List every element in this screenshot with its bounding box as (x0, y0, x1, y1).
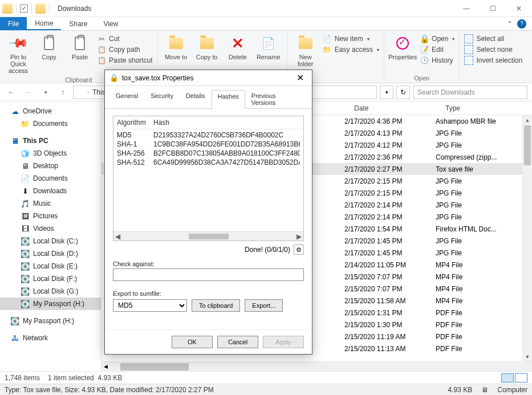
history-button[interactable]: 🕓History (420, 56, 454, 65)
vertical-scrollbar[interactable]: ▲ ▼ (522, 115, 532, 361)
ribbon-collapse-icon[interactable]: ⌃ (507, 20, 513, 28)
refresh-button[interactable]: ↻ (396, 85, 410, 99)
column-type[interactable]: Type (441, 104, 532, 112)
column-hash[interactable]: Hash (153, 119, 169, 127)
select-all-button[interactable]: Select all (464, 34, 522, 43)
navigation-tree: ☁OneDrive 📁Documents 🖥This PC 🧊3D Object… (0, 101, 101, 371)
maximize-button[interactable]: ☐ (480, 0, 506, 17)
cut-button[interactable]: ✂Cut (97, 34, 153, 43)
folder-icon[interactable] (2, 3, 13, 14)
export-button[interactable]: Export... (245, 299, 283, 312)
folder-icon (76, 88, 85, 96)
tab-share[interactable]: Share (61, 17, 95, 30)
easy-access-button[interactable]: 📁Easy access▾ (323, 45, 379, 54)
column-algorithm[interactable]: Algorithm (117, 119, 153, 127)
rename-button[interactable]: 📄Rename (255, 33, 282, 62)
dialog-title: tox_save.tox Properties (122, 74, 193, 82)
dialog-tabs: GeneralSecurityDetailsHashesPrevious Ver… (105, 86, 312, 109)
tree-network[interactable]: 🖧Network (0, 332, 101, 344)
tree-item[interactable]: ⬇Downloads (0, 185, 101, 197)
horizontal-scrollbar[interactable]: ◀ (101, 361, 532, 371)
tab-view[interactable]: View (95, 17, 126, 30)
close-button[interactable]: ✕ (506, 0, 532, 17)
copy-to-button[interactable]: Copy to (193, 33, 221, 62)
dialog-tab[interactable]: Previous Versions (245, 89, 307, 108)
tree-item[interactable]: 💽Local Disk (E:) (0, 260, 101, 272)
properties-button[interactable]: Properties (389, 33, 416, 62)
dialog-tab[interactable]: Hashes (212, 90, 245, 109)
paste-shortcut-button[interactable]: 📋Paste shortcut (97, 56, 153, 65)
hash-horizontal-scrollbar[interactable]: ◀▶ (113, 231, 303, 241)
open-button[interactable]: 🔒Open▾ (420, 34, 454, 43)
tab-file[interactable]: File (0, 17, 27, 30)
dialog-tab[interactable]: Details (180, 89, 212, 108)
tree-item[interactable]: 🖥Desktop (0, 160, 101, 172)
edit-button[interactable]: 📝Edit (420, 45, 454, 54)
invert-selection-button[interactable]: Invert selection (464, 56, 522, 65)
dialog-tab[interactable]: General (109, 89, 144, 108)
tree-item[interactable]: 💽Local Disk (C:) (0, 235, 101, 247)
recent-locations-button[interactable]: ▾ (39, 85, 52, 99)
ribbon-tabs: File Home Share View ⌃ ? (0, 17, 532, 31)
hash-list: Algorithm Hash MD5D21953327A24D2760C5B73… (113, 116, 304, 241)
quick-access-toolbar: ✓ (0, 3, 54, 14)
tree-onedrive[interactable]: ☁OneDrive (0, 105, 101, 117)
forward-button[interactable]: → (22, 85, 35, 99)
cancel-button[interactable]: Cancel (217, 336, 258, 348)
search-input[interactable]: Search Downloads (413, 85, 527, 99)
window-title: Downloads (58, 5, 91, 13)
tree-item[interactable]: 💽My Passport (H:) (0, 315, 101, 327)
paste-button[interactable]: Paste (66, 33, 94, 62)
up-button[interactable]: ↑ (56, 85, 70, 99)
delete-button[interactable]: ✕Delete (224, 33, 251, 62)
tree-item[interactable]: 🧊3D Objects (0, 147, 101, 160)
lock-icon: 🔒 (109, 74, 119, 82)
qat-check-icon[interactable]: ✓ (20, 5, 28, 13)
dialog-tab[interactable]: Security (144, 89, 180, 108)
copy-button[interactable]: Copy (35, 33, 63, 62)
folder-icon[interactable] (35, 3, 46, 14)
tree-thispc[interactable]: 🖥This PC (0, 135, 101, 147)
hash-row[interactable]: SHA-5126CA49D99956D38CA3A7427D5147BBD305… (117, 158, 300, 167)
hash-row[interactable]: MD5D21953327A24D2760C5B736DF4B0002C (117, 131, 300, 140)
minimize-button[interactable]: — (453, 0, 480, 17)
back-button[interactable]: ← (5, 85, 18, 99)
help-icon[interactable]: ? (517, 19, 526, 28)
view-large-icon[interactable] (515, 373, 527, 382)
check-against-input[interactable] (113, 268, 304, 281)
new-folder-button[interactable]: New folder (292, 33, 319, 68)
pin-quick-access-button[interactable]: 📌Pin to Quick access (5, 33, 32, 75)
export-label: Export to sumfile: (113, 290, 304, 297)
column-date[interactable]: Date (350, 104, 441, 112)
select-none-button[interactable]: Select none (464, 45, 522, 54)
tree-item[interactable]: 💽Local Disk (G:) (0, 285, 101, 298)
tree-item[interactable]: 💽Local Disk (F:) (0, 272, 101, 285)
export-format-select[interactable]: MD5 (113, 299, 187, 312)
hash-status: Done! (0/0/1/0) (245, 246, 290, 254)
to-clipboard-button[interactable]: To clipboard (192, 299, 240, 312)
group-label-open: Open (389, 74, 454, 82)
tree-item[interactable]: 💽Local Disk (D:) (0, 247, 101, 260)
details-text: Type: Tox save file, Size: 4.93 KB, Date… (5, 386, 214, 394)
view-details-icon[interactable] (501, 373, 514, 382)
address-dropdown-button[interactable]: ▾ (380, 85, 393, 99)
gear-icon[interactable]: ⚙ (294, 245, 304, 255)
apply-button[interactable]: Apply (263, 336, 304, 348)
properties-dialog: 🔒 tox_save.tox Properties ✕ GeneralSecur… (104, 70, 312, 355)
new-item-button[interactable]: 📄New item▾ (323, 34, 379, 43)
copy-path-button[interactable]: 📋Copy path (97, 45, 153, 54)
hash-row[interactable]: SHA-256B2FCBB8D07C138054ABB9A018100C3FF2… (117, 149, 300, 158)
move-to-button[interactable]: Move to (163, 33, 190, 62)
tree-item[interactable]: 📄Documents (0, 172, 101, 185)
tree-item[interactable]: 🎞Videos (0, 222, 101, 235)
tree-item[interactable]: 💽My Passport (H:) (0, 298, 101, 310)
dialog-titlebar[interactable]: 🔒 tox_save.tox Properties ✕ (105, 70, 312, 86)
tab-home[interactable]: Home (27, 17, 61, 30)
hash-row[interactable]: SHA-11C9BC38FA954DD26FE001DD72B35A68913B… (117, 140, 300, 149)
dialog-close-button[interactable]: ✕ (293, 72, 307, 83)
tree-item[interactable]: 📁Documents (0, 117, 101, 130)
tree-item[interactable]: 🖼Pictures (0, 210, 101, 222)
ok-button[interactable]: OK (172, 336, 213, 348)
tree-item[interactable]: 🎵Music (0, 197, 101, 210)
title-bar: ✓ Downloads — ☐ ✕ (0, 0, 532, 17)
